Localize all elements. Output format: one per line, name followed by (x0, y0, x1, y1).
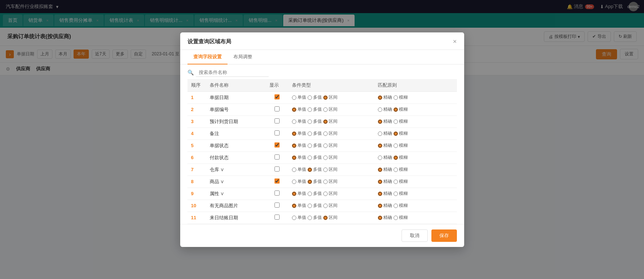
search-area: 🔍 (180, 64, 464, 76)
dialog: 设置查询区域布局 × 查询字段设置 布局调整 🔍 顺序 (180, 32, 464, 76)
tab-query-fields[interactable]: 查询字段设置 (187, 50, 228, 64)
dialog-title: 设置查询区域布局 (187, 38, 231, 45)
tab-layout-adjust[interactable]: 布局调整 (228, 50, 258, 64)
dialog-close-button[interactable]: × (453, 38, 457, 45)
dialog-header: 设置查询区域布局 × (180, 32, 464, 50)
search-input[interactable] (196, 68, 269, 76)
dialog-tabs: 查询字段设置 布局调整 (180, 50, 464, 64)
search-icon: 🔍 (187, 70, 194, 75)
modal-overlay: 设置查询区域布局 × 查询字段设置 布局调整 🔍 顺序 (0, 0, 644, 75)
